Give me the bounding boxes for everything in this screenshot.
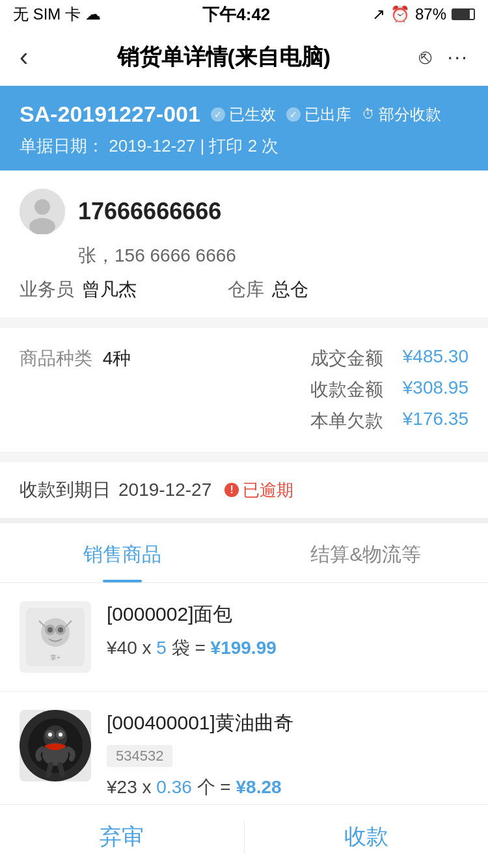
list-item: 掌+ [0000002]面包 ¥40 x 5 袋 = ¥199.99 xyxy=(0,583,488,692)
summary-section: 商品种类 4种 成交金额 ¥485.30 收款金额 ¥308.95 本单欠款 ¥… xyxy=(0,328,488,452)
warehouse-label: 仓库 xyxy=(228,277,264,302)
product-info-1: [0000002]面包 ¥40 x 5 袋 = ¥199.99 xyxy=(107,601,468,660)
date-label: 单据日期： xyxy=(20,136,104,156)
order-date-row: 单据日期： 2019-12-27 | 打印 2 次 xyxy=(20,135,468,157)
svg-point-7 xyxy=(47,627,53,632)
sales-meta: 业务员 曾凡杰 xyxy=(20,277,137,302)
svg-point-8 xyxy=(58,627,63,632)
receive-label: 收款金额 xyxy=(310,377,383,402)
sim-label: 无 SIM 卡 ☁ xyxy=(13,4,101,25)
battery-icon xyxy=(452,8,475,20)
customer-id: 17666666666 xyxy=(78,198,221,225)
avatar xyxy=(20,189,65,234)
nav-icons: ⎋ ··· xyxy=(419,45,468,69)
price-total-1: ¥199.99 xyxy=(211,638,277,658)
bottom-bar: 弃审 收款 xyxy=(0,804,488,868)
price-total-2: ¥8.28 xyxy=(236,777,281,797)
product-name-1: [0000002]面包 xyxy=(107,601,468,628)
svg-point-15 xyxy=(48,733,52,737)
product-price-2: ¥23 x 0.36 个 = ¥8.28 xyxy=(107,775,468,800)
collect-payment-button[interactable]: 收款 xyxy=(245,809,489,865)
deal-row: 成交金额 ¥485.30 xyxy=(310,346,468,371)
location-icon: ↗ xyxy=(372,5,385,23)
summary-left: 商品种类 4种 xyxy=(20,346,131,371)
order-date: 2019-12-27 xyxy=(109,136,195,156)
status-bar: 无 SIM 卡 ☁ 下午4:42 ↗ ⏰ 87% xyxy=(0,0,488,29)
order-header: SA-20191227-001 已生效 已出库 部分收款 单据日期： 2019-… xyxy=(0,86,488,170)
badge-shipped: 已出库 xyxy=(286,104,351,125)
due-section: 收款到期日 2019-12-27 ! 已逾期 xyxy=(0,462,488,523)
warehouse-value: 总仓 xyxy=(272,277,308,302)
product-list: 掌+ [0000002]面包 ¥40 x 5 袋 = ¥199.99 xyxy=(0,583,488,819)
price-unit-1: 袋 xyxy=(172,638,190,658)
order-id: SA-20191227-001 xyxy=(20,102,200,127)
tab-bar: 销售商品 结算&物流等 xyxy=(0,523,488,583)
summary-right: 成交金额 ¥485.30 收款金额 ¥308.95 本单欠款 ¥176.35 xyxy=(310,346,468,433)
type-count: 4种 xyxy=(103,348,131,368)
product-name-2: [000400001]黄油曲奇 xyxy=(107,710,468,737)
price-qty-2: 0.36 xyxy=(156,777,192,797)
product-thumbnail-2 xyxy=(20,710,91,781)
due-label: 收款到期日 xyxy=(20,478,111,502)
tab-sales-products[interactable]: 销售商品 xyxy=(0,523,244,582)
tab-settlement-logistics[interactable]: 结算&物流等 xyxy=(244,523,488,582)
product-price-1: ¥40 x 5 袋 = ¥199.99 xyxy=(107,636,468,660)
page-title: 销货单详情(来自电脑) xyxy=(117,42,331,72)
product-image-1: 掌+ xyxy=(26,608,85,666)
svg-text:掌+: 掌+ xyxy=(50,654,61,661)
receive-value: ¥308.95 xyxy=(403,377,468,402)
order-id-row: SA-20191227-001 已生效 已出库 部分收款 xyxy=(20,102,468,127)
nav-bar: ‹ 销货单详情(来自电脑) ⎋ ··· xyxy=(0,29,488,86)
back-button[interactable]: ‹ xyxy=(20,42,28,72)
overdue-dot-icon: ! xyxy=(224,483,239,497)
abandon-review-button[interactable]: 弃审 xyxy=(0,809,244,865)
overdue-label: 已逾期 xyxy=(243,479,293,502)
type-label: 商品种类 xyxy=(20,348,92,368)
due-date: 2019-12-27 xyxy=(118,480,211,500)
debt-value: ¥176.35 xyxy=(403,409,468,433)
customer-name-phone: 张，156 6666 6666 xyxy=(78,243,468,268)
status-time: 下午4:42 xyxy=(202,3,270,26)
list-item: [000400001]黄油曲奇 534532 ¥23 x 0.36 个 = ¥8… xyxy=(0,692,488,819)
customer-meta: 业务员 曾凡杰 仓库 总仓 xyxy=(20,277,468,302)
price-base-1: ¥40 xyxy=(107,638,137,658)
customer-row: 17666666666 xyxy=(20,189,468,234)
deal-label: 成交金额 xyxy=(310,346,383,371)
receive-row: 收款金额 ¥308.95 xyxy=(310,377,468,402)
status-left: 无 SIM 卡 ☁ xyxy=(13,4,101,25)
alarm-icon: ⏰ xyxy=(390,5,410,23)
warehouse-meta: 仓库 总仓 xyxy=(228,277,308,302)
svg-point-1 xyxy=(34,199,50,215)
svg-point-2 xyxy=(29,218,55,234)
product-image-2 xyxy=(20,710,91,781)
print-info: | 打印 2 次 xyxy=(200,136,278,156)
deal-value: ¥485.30 xyxy=(403,346,468,371)
svg-point-4 xyxy=(41,618,70,647)
price-base-2: ¥23 xyxy=(107,777,137,797)
badge-effective: 已生效 xyxy=(211,104,276,125)
price-unit-2: 个 xyxy=(197,777,215,797)
svg-point-16 xyxy=(59,733,62,737)
debt-label: 本单欠款 xyxy=(310,409,383,433)
more-icon[interactable]: ··· xyxy=(447,45,468,69)
battery-label: 87% xyxy=(415,5,446,23)
customer-section: 17666666666 张，156 6666 6666 业务员 曾凡杰 仓库 总… xyxy=(0,170,488,318)
sales-value: 曾凡杰 xyxy=(82,277,137,302)
debt-row: 本单欠款 ¥176.35 xyxy=(310,409,468,433)
price-qty-1: 5 xyxy=(156,638,167,658)
product-thumbnail-1: 掌+ xyxy=(20,601,91,673)
sales-label: 业务员 xyxy=(20,277,74,302)
share-icon[interactable]: ⎋ xyxy=(419,45,431,69)
overdue-badge: ! 已逾期 xyxy=(224,479,293,502)
product-info-2: [000400001]黄油曲奇 534532 ¥23 x 0.36 个 = ¥8… xyxy=(107,710,468,800)
badge-partial-payment: 部分收款 xyxy=(362,104,441,125)
status-right: ↗ ⏰ 87% xyxy=(372,5,475,23)
product-sku-2: 534532 xyxy=(107,745,172,767)
